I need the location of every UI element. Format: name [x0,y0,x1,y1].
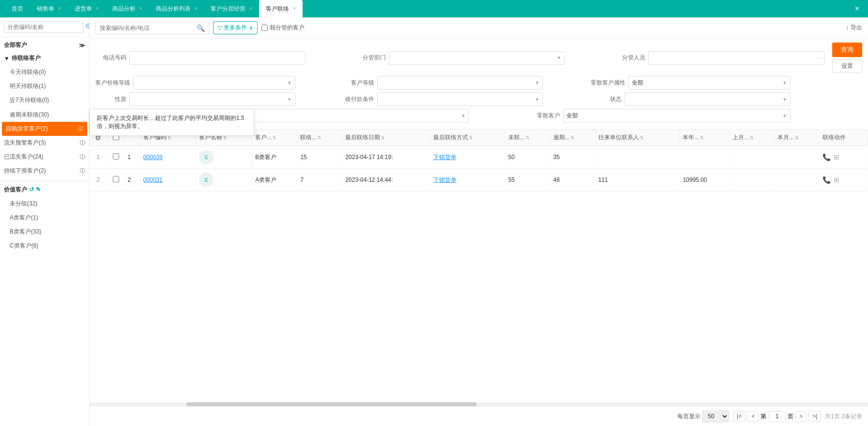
sort-year-icon[interactable]: ⇅ [700,135,704,140]
customer-type-select[interactable]: ▼ [242,109,469,122]
page-number-input[interactable] [768,411,786,422]
retail-attr-caret-icon: ▼ [782,80,787,86]
refresh-icon[interactable]: ↺ [29,186,34,193]
dept-select[interactable]: ▼ [389,51,565,65]
tab-customer-contact[interactable]: 客户联络 × [259,0,303,17]
phone-input[interactable] [129,51,305,65]
row1-select-checkbox[interactable] [113,153,119,160]
status-select[interactable]: ▼ [624,92,791,106]
row1-code[interactable]: 000039 [140,146,196,169]
settings-button[interactable]: 设置 [832,59,862,73]
sort-this-month-icon[interactable]: ⇅ [795,135,799,140]
close-tab-purchase-icon[interactable]: × [96,0,99,17]
col-contact-header[interactable]: 联络... ⇅ [297,130,342,146]
row2-code[interactable]: 000031 [140,169,196,191]
retail-attr-select[interactable]: 全部 ▼ [628,76,791,89]
search-input[interactable] [96,22,193,34]
sort-code-icon[interactable]: ⇅ [168,135,171,140]
close-tab-product-analysis-icon[interactable]: × [139,0,142,17]
sidebar-item-declining-customers[interactable]: 持续下滑客户(2) ⓘ [0,164,89,178]
col-not-contact-header[interactable]: 未联... ⇅ [505,130,550,146]
row1-overdue: 35 [550,146,595,169]
sort-way-icon[interactable]: ⇅ [469,135,473,140]
tab-customer-tier[interactable]: 客户分层经营 × [204,0,259,17]
close-tab-customer-contact-icon[interactable]: × [293,0,296,17]
sort-unit-icon[interactable]: ⇅ [640,135,644,140]
col-last-way-header[interactable]: 最后联络方式 ⇅ [430,130,505,146]
manager-select[interactable]: ··· [648,51,824,65]
collapse-sidebar-icon[interactable]: ≫ [79,42,85,49]
sort-name-icon[interactable]: ⇅ [223,135,227,140]
sidebar-item-unclassified[interactable]: 未分组(32) [0,197,89,211]
close-tab-product-list-icon[interactable]: × [195,0,198,17]
sidebar-item-class-a[interactable]: A类客户(1) [0,211,89,225]
row2-avatar: E [199,173,213,187]
row2-phone-icon[interactable]: 📞 [822,176,831,184]
close-tab-customer-tier-icon[interactable]: × [249,0,252,17]
all-customers-header[interactable]: 全部客户 ≫ [0,37,89,51]
sidebar-item-lost-customers[interactable]: 已流失客户(24) ⓘ [0,150,89,164]
customer-level-select[interactable]: ▼ [377,76,543,89]
col-overdue-header[interactable]: 逾期... ⇅ [550,130,595,146]
tab-purchase-order[interactable]: 进货单 × [68,0,106,17]
col-last-date-header[interactable]: 最后联络日期 ⇅ [342,130,430,146]
sort-date-icon[interactable]: ⇅ [381,135,385,140]
search-bar: 🔍 ▽ 更多条件 ∧ 我分管的客户 ↑ 导出 [90,17,868,39]
col-last-month-header[interactable]: 上月... ⇅ [730,130,775,146]
pending-contact-group[interactable]: ▼ 待联络客户 [0,51,89,65]
row2-checkbox[interactable] [107,169,124,191]
sidebar-item-class-b[interactable]: B类客户(33) [0,225,89,239]
prev-page-button[interactable]: < [747,411,759,422]
sort-last-month-icon[interactable]: ⇅ [750,135,754,140]
sort-overdue-icon[interactable]: ⇅ [571,135,575,140]
gender-select[interactable]: ▼ [129,92,295,106]
more-conditions-button[interactable]: ▽ 更多条件 ∧ [213,21,258,34]
col-type-header[interactable]: 客户... ⇅ [252,130,297,146]
first-page-button[interactable]: |< [733,411,746,422]
sidebar-item-overdue-contact[interactable]: 逾期未联络(30) [0,108,89,122]
edit-icon[interactable]: ✎ [36,186,41,193]
tab-product-analysis-list[interactable]: 商品分析列表 × [149,0,204,17]
sidebar-item-today-pending[interactable]: 今天待联络(0) [0,65,89,79]
row1-phone-icon[interactable]: 📞 [822,153,831,161]
price-level-select[interactable]: ▼ [133,76,295,89]
tab-product-analysis[interactable]: 商品分析 × [106,0,149,17]
row2-select-checkbox[interactable] [113,176,119,182]
my-customer-checkbox-wrap[interactable]: 我分管的客户 [261,24,305,32]
next-page-button[interactable]: > [795,411,807,422]
row1-checkbox[interactable] [107,146,124,169]
col-unit-contact-header[interactable]: 往来单位联系人 ⇅ [595,130,680,146]
row1-grid-icon[interactable]: ⊞ [834,153,839,161]
h-scroll-thumb[interactable] [186,402,477,406]
sidebar-item-class-c[interactable]: C类客户(6) [0,239,89,253]
horizontal-scrollbar[interactable] [90,402,868,406]
sidebar-search-icon[interactable]: 🔍 [85,23,90,31]
row2-grid-icon[interactable]: ⊞ [834,176,839,184]
sidebar-item-abnormal-repurchase[interactable]: 回购异常客户(2) ⓘ [2,122,87,136]
window-close-button[interactable]: × [851,4,863,13]
retail-customer-select[interactable]: 全部 ▼ [563,109,791,122]
row2-last-way[interactable]: 下销货单 [430,169,505,191]
sidebar-search-input[interactable] [4,21,83,33]
sidebar-item-7days-pending[interactable]: 近7天待联络(0) [0,93,89,107]
query-button[interactable]: 查询 [832,43,862,57]
per-page-select[interactable]: 50 20 100 [702,411,729,422]
payment-select[interactable]: ▼ [377,92,543,106]
tab-sales-order[interactable]: 销售单 × [30,0,68,17]
my-customer-checkbox[interactable] [261,25,268,31]
last-page-button[interactable]: >| [808,411,821,422]
sidebar-item-loss-warning[interactable]: 流失预警客户(3) ⓘ [0,136,89,150]
close-tab-sales-icon[interactable]: × [58,0,61,17]
sidebar-item-tomorrow-pending[interactable]: 明天待联络(1) [0,79,89,93]
col-this-month-header[interactable]: 本月... ⇅ [775,130,820,146]
row1-last-way[interactable]: 下销货单 [430,146,505,169]
col-this-year-header[interactable]: 本年... ⇅ [680,130,730,146]
sort-contact-icon[interactable]: ⇅ [318,135,321,140]
sort-type-icon[interactable]: ⇅ [273,135,276,140]
tab-home[interactable]: 首页 [5,0,30,17]
abnormal-repurchase-tooltip: 距客户上次交易时长，超过了此客户的平均交易周期的1.5倍，则视为异常。 [90,109,254,136]
sort-not-contact-icon[interactable]: ⇅ [526,135,530,140]
row2-name: E [196,169,252,191]
search-icon[interactable]: 🔍 [193,24,209,32]
export-button[interactable]: ↑ 导出 [846,24,862,32]
